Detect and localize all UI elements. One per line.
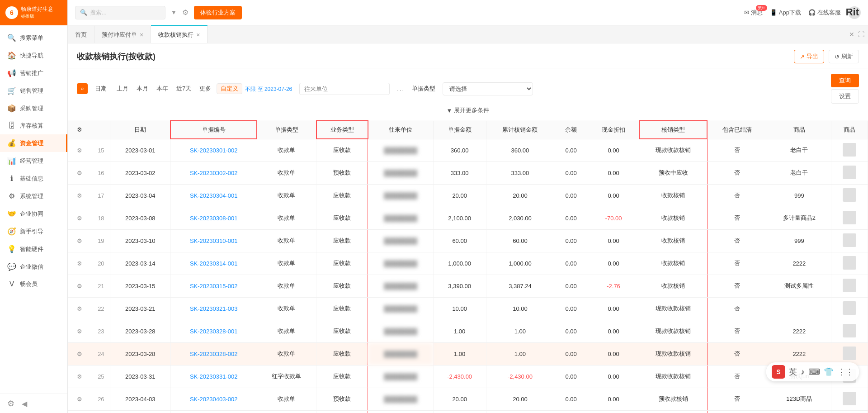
row-settings[interactable]: ⚙ (68, 365, 92, 388)
query-button[interactable]: 查询 (831, 74, 859, 87)
topbar-gear-icon[interactable]: ⚙ (182, 8, 189, 17)
sidebar-item-search[interactable]: 🔍 搜索菜单 (0, 29, 67, 47)
row-bill-no: SK-20230302-002 (170, 161, 257, 184)
app-download-button[interactable]: 📱 App下载 (770, 9, 801, 17)
partner-input[interactable] (299, 83, 390, 95)
export-button[interactable]: ↗ 导出 (794, 50, 824, 63)
row-settings-icon[interactable]: ⚙ (77, 260, 82, 267)
sidebar-item-member[interactable]: V 畅会员 (0, 275, 67, 293)
sidebar-item-inventory[interactable]: 🗄 库存核算 (0, 117, 67, 134)
sidebar-item-marketing[interactable]: 📢 营销推广 (0, 64, 67, 82)
close-all-tabs-icon[interactable]: ✕ (849, 31, 854, 38)
expand-more-btn[interactable]: ▼ 展开更多条件 (447, 106, 490, 114)
bill-no-link[interactable]: SK-20230301-002 (190, 147, 238, 154)
bill-no-link[interactable]: SK-20230310-001 (190, 237, 238, 244)
row-include-settled: 否 (707, 297, 767, 320)
row-settings[interactable]: ⚙ (68, 388, 92, 410)
sidebar-item-hardware[interactable]: 💡 智能硬件 (0, 240, 67, 258)
brand-s-icon[interactable]: S (772, 365, 785, 379)
row-settings[interactable]: ⚙ (68, 161, 92, 184)
row-product: 多计量商品2 (767, 207, 831, 229)
table-row: ⚙ 17 2023-03-04 SK-20230304-001 收款单 应收款 … (68, 184, 868, 207)
row-settings-icon[interactable]: ⚙ (77, 215, 82, 222)
more-date-btn[interactable]: 更多 (197, 84, 214, 94)
row-settings[interactable]: ⚙ (68, 139, 92, 161)
row-settings[interactable]: ⚙ (68, 297, 92, 320)
row-settings[interactable]: ⚙ (68, 207, 92, 229)
row-settings[interactable]: ⚙ (68, 342, 92, 365)
col-header-settings[interactable]: ⚙ (68, 121, 92, 139)
page-content: 收款核销执行(按收款) ↗ 导出 ↺ 刷新 » 日期 上月 本月 (68, 43, 868, 413)
tab-writeoff[interactable]: 收款核销执行 × (151, 25, 208, 43)
row-writeoff-type: 收款核销 (639, 229, 708, 252)
bill-no-link[interactable]: SK-20230331-002 (190, 373, 238, 380)
bill-no-link[interactable]: SK-20230328-002 (190, 351, 238, 357)
keyboard-icon[interactable]: ⌨ (808, 367, 820, 377)
row-settings[interactable]: ⚙ (68, 252, 92, 275)
row-settings[interactable]: ⚙ (68, 229, 92, 252)
settings-button[interactable]: 设置 (831, 89, 859, 104)
grid-icon[interactable]: ⋮⋮ (837, 367, 854, 377)
row-settings[interactable]: ⚙ (68, 275, 92, 297)
bill-no-link[interactable]: SK-20230302-002 (190, 170, 238, 176)
topbar-dropdown-arrow[interactable]: ▼ (171, 9, 177, 16)
bill-no-link[interactable]: SK-20230321-003 (190, 305, 238, 312)
row-settings-icon[interactable]: ⚙ (77, 373, 82, 380)
topbar-search-box[interactable]: 🔍 搜索... (75, 6, 165, 19)
shirt-icon[interactable]: 👕 (824, 367, 834, 377)
row-bill-type: 收款单 (257, 139, 316, 161)
row-include-settled: 否 (707, 410, 767, 413)
sidebar-item-basic[interactable]: ℹ 基础信息 (0, 170, 67, 187)
sidebar-item-enterprise[interactable]: 🤝 企业协同 (0, 205, 67, 223)
sidebar-collapse-icon[interactable]: ◀ (22, 399, 27, 408)
filter-expand-button[interactable]: » (77, 83, 88, 94)
sidebar-item-system[interactable]: ⚙ 系统管理 (0, 187, 67, 205)
sidebar-item-sales[interactable]: 🛒 销售管理 (0, 82, 67, 100)
row-cumulative: 3,387.24 (486, 275, 554, 297)
row-settings-icon[interactable]: ⚙ (77, 328, 82, 335)
row-product: 2222 (767, 342, 831, 365)
bill-no-link[interactable]: SK-20230403-002 (190, 396, 238, 403)
bill-no-link[interactable]: SK-20230315-002 (190, 283, 238, 290)
sidebar-item-finance[interactable]: 💰 资金管理 (0, 134, 67, 152)
this-month-btn[interactable]: 本月 (134, 84, 151, 94)
row-settings-icon[interactable]: ⚙ (77, 192, 82, 199)
refresh-button[interactable]: ↺ 刷新 (829, 50, 859, 63)
tab-receivable[interactable]: 预付冲应付单 × (94, 25, 151, 43)
tab-home[interactable]: 首页 (68, 25, 94, 43)
last-7-days-btn[interactable]: 近7天 (174, 84, 194, 94)
maximize-icon[interactable]: ⛶ (858, 31, 864, 38)
row-settings[interactable]: ⚙ (68, 410, 92, 413)
row-settings-icon[interactable]: ⚙ (77, 305, 82, 312)
receivable-tab-close[interactable]: × (140, 31, 143, 38)
last-month-btn[interactable]: 上月 (114, 84, 131, 94)
row-settings-icon[interactable]: ⚙ (77, 170, 82, 176)
sidebar-item-purchase[interactable]: 📦 采购管理 (0, 100, 67, 117)
bill-type-select[interactable]: 请选择 (443, 82, 533, 95)
sidebar-item-operations[interactable]: 📊 经营管理 (0, 152, 67, 170)
bill-no-link[interactable]: SK-20230308-001 (190, 215, 238, 222)
row-settings-icon[interactable]: ⚙ (77, 396, 82, 403)
sidebar-item-guide[interactable]: 🧭 新手引导 (0, 223, 67, 240)
row-settings[interactable]: ⚙ (68, 184, 92, 207)
bill-no-link[interactable]: SK-20230304-001 (190, 192, 238, 199)
translate-icon[interactable]: 英 (789, 366, 797, 377)
voice-icon[interactable]: ♪ (801, 367, 805, 377)
row-settings[interactable]: ⚙ (68, 320, 92, 342)
bill-no-link[interactable]: SK-20230328-001 (190, 328, 238, 335)
row-settings-icon[interactable]: ⚙ (77, 147, 82, 154)
writeoff-tab-close[interactable]: × (196, 31, 200, 38)
sidebar-settings-icon[interactable]: ⚙ (7, 399, 14, 408)
row-settings-icon[interactable]: ⚙ (77, 237, 82, 244)
row-settings-icon[interactable]: ⚙ (77, 283, 82, 290)
solution-button[interactable]: 体验行业方案 (194, 6, 242, 19)
online-service-button[interactable]: 🎧 在线客服 (808, 9, 841, 17)
sidebar-item-wechat[interactable]: 💬 企业微信 (0, 258, 67, 275)
bill-no-link[interactable]: SK-20230314-001 (190, 260, 238, 267)
filter-more-row: ▼ 展开更多条件 (77, 104, 859, 114)
this-year-btn[interactable]: 本年 (154, 84, 171, 94)
sidebar-item-quick-nav[interactable]: 🏠 快捷导航 (0, 47, 67, 64)
row-settings-icon[interactable]: ⚙ (77, 351, 82, 357)
message-button[interactable]: ✉ 消息 99+ (744, 9, 763, 17)
custom-date-btn[interactable]: 自定义 (217, 83, 242, 94)
